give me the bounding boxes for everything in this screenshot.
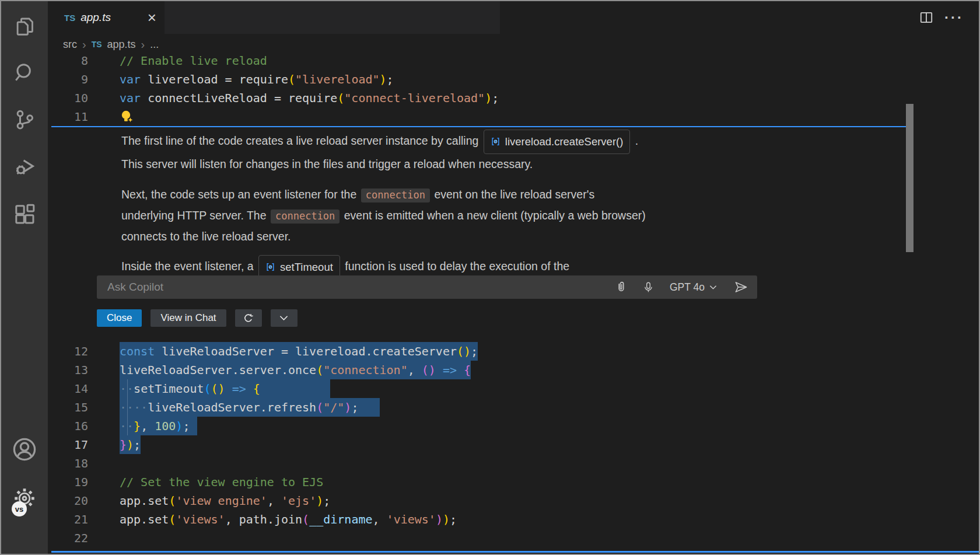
- line-number: 19: [48, 473, 88, 491]
- line-number: 22: [48, 529, 88, 547]
- lightbulb-sparkle-icon[interactable]: [120, 109, 135, 124]
- line-number: 21: [48, 510, 88, 529]
- breadcrumb: src › TS app.ts › ...: [48, 34, 979, 55]
- sidebar-item-accounts[interactable]: [1, 429, 48, 470]
- editor-actions: ···: [919, 1, 964, 34]
- sidebar-item-source-control[interactable]: [1, 99, 48, 140]
- code-text: const liveReloadServer = livereload.crea…: [120, 342, 478, 361]
- sidebar-item-search[interactable]: [1, 53, 48, 93]
- line-number: 11: [48, 107, 88, 126]
- code-text: var livereload = require("livereload");: [120, 70, 394, 89]
- line-number: 18: [48, 454, 88, 473]
- symbol-chip[interactable]: livereload.createServer(): [484, 130, 631, 154]
- code-text: app.set('views', path.join(__dirname, 'v…: [120, 510, 457, 529]
- code-line[interactable]: 14··setTimeout(() => {: [48, 379, 979, 398]
- inline-code: connection: [271, 210, 340, 224]
- copilot-paragraph: The first line of the code creates a liv…: [121, 130, 886, 174]
- attach-icon[interactable]: [615, 281, 627, 294]
- line-number: 10: [48, 89, 88, 107]
- activity-bar: vs: [1, 1, 48, 554]
- close-button[interactable]: Close: [97, 309, 142, 327]
- model-label: GPT 4o: [670, 281, 705, 294]
- inline-chat-border: [51, 551, 979, 553]
- line-number: 8: [48, 55, 88, 70]
- code-line[interactable]: 12const liveReloadServer = livereload.cr…: [48, 342, 979, 361]
- tab-close-icon[interactable]: ×: [148, 10, 156, 25]
- widget-scrollbar[interactable]: [906, 104, 914, 252]
- code-text: ··setTimeout(() => {: [120, 379, 330, 398]
- breadcrumb-separator: ›: [141, 38, 145, 51]
- chevron-down-icon: [279, 315, 288, 321]
- tab-bar-empty-space: [500, 1, 979, 34]
- line-number: 17: [48, 435, 88, 454]
- inline-chat-widget: The first line of the code creates a liv…: [51, 126, 914, 336]
- code-line[interactable]: 11: [48, 107, 979, 126]
- tab-bar: TS app.ts × ···: [48, 1, 979, 34]
- symbol-method-icon: [491, 137, 501, 146]
- code-line[interactable]: 17});: [48, 435, 979, 454]
- chevron-down-icon: [709, 285, 717, 290]
- breadcrumb-separator: ›: [82, 38, 86, 51]
- code-text: // Set the view engine to EJS: [120, 473, 323, 491]
- code-text: // Enable live reload: [120, 55, 267, 70]
- model-picker[interactable]: GPT 4o: [670, 281, 717, 294]
- code-text: });: [120, 435, 141, 454]
- sidebar-item-settings[interactable]: vs: [1, 478, 48, 519]
- code-line[interactable]: 8// Enable live reload: [48, 55, 979, 70]
- account-icon: [12, 437, 37, 462]
- code-text: app.set('view engine', 'ejs');: [120, 491, 330, 510]
- inline-code: connection: [361, 189, 430, 203]
- files-icon: [13, 15, 36, 37]
- line-number: 16: [48, 417, 88, 435]
- code-line[interactable]: 19// Set the view engine to EJS: [48, 473, 979, 491]
- extensions-icon: [13, 203, 36, 226]
- line-number: 14: [48, 379, 88, 398]
- breadcrumb-symbol-more[interactable]: ...: [150, 39, 159, 51]
- ask-copilot-input[interactable]: [106, 280, 615, 294]
- code-text: ··}, 100);: [120, 417, 197, 435]
- editor[interactable]: 8// Enable live reload9var livereload = …: [48, 55, 979, 554]
- code-line[interactable]: 13liveReloadServer.server.once("connecti…: [48, 361, 979, 379]
- code-text: ····liveReloadServer.refresh("/");: [120, 398, 380, 417]
- sidebar-item-explorer[interactable]: [1, 6, 48, 47]
- regenerate-button[interactable]: [235, 309, 262, 327]
- symbol-method-icon: [265, 262, 275, 272]
- search-icon: [13, 61, 36, 85]
- microphone-icon[interactable]: [642, 281, 654, 294]
- ts-file-icon: TS: [92, 40, 102, 49]
- code-text: liveReloadServer.server.once("connection…: [120, 361, 471, 379]
- line-number: 9: [48, 70, 88, 89]
- ts-file-icon: TS: [64, 13, 75, 23]
- more-options-button[interactable]: [271, 309, 298, 327]
- code-line[interactable]: 16··}, 100);: [48, 417, 979, 435]
- tab-app-ts[interactable]: TS app.ts ×: [48, 1, 164, 34]
- sidebar-item-extensions[interactable]: [1, 194, 48, 235]
- source-control-icon: [13, 108, 36, 131]
- breadcrumb-file[interactable]: app.ts: [107, 39, 136, 51]
- input-actions: GPT 4o: [615, 281, 748, 294]
- vs-account-badge: vs: [12, 501, 27, 516]
- line-number: 13: [48, 361, 88, 379]
- sidebar-item-run-debug[interactable]: [1, 146, 48, 187]
- debug-icon: [12, 154, 37, 179]
- view-in-chat-button[interactable]: View in Chat: [150, 309, 226, 327]
- code-line[interactable]: 18: [48, 454, 979, 473]
- indent-guide: [127, 379, 128, 435]
- line-number: 15: [48, 398, 88, 417]
- code-line[interactable]: 15····liveReloadServer.refresh("/");: [48, 398, 979, 417]
- inline-chat-buttons: Close View in Chat: [97, 309, 298, 327]
- breadcrumb-folder[interactable]: src: [63, 39, 77, 51]
- split-editor-icon[interactable]: [919, 10, 934, 25]
- send-icon[interactable]: [734, 281, 748, 294]
- code-line[interactable]: 20app.set('view engine', 'ejs');: [48, 491, 979, 510]
- code-line[interactable]: 10var connectLiveReload = require("conne…: [48, 89, 979, 107]
- line-number: 20: [48, 491, 88, 510]
- code-line[interactable]: 22: [48, 529, 979, 547]
- copilot-paragraph: Next, the code sets up an event listener…: [121, 184, 886, 247]
- code-text: var connectLiveReload = require("connect…: [120, 89, 499, 107]
- code-line[interactable]: 9var livereload = require("livereload");: [48, 70, 979, 89]
- refresh-icon: [243, 313, 254, 324]
- copilot-input-bar: GPT 4o: [97, 275, 757, 299]
- code-line[interactable]: 21app.set('views', path.join(__dirname, …: [48, 510, 979, 529]
- line-number: 12: [48, 342, 88, 361]
